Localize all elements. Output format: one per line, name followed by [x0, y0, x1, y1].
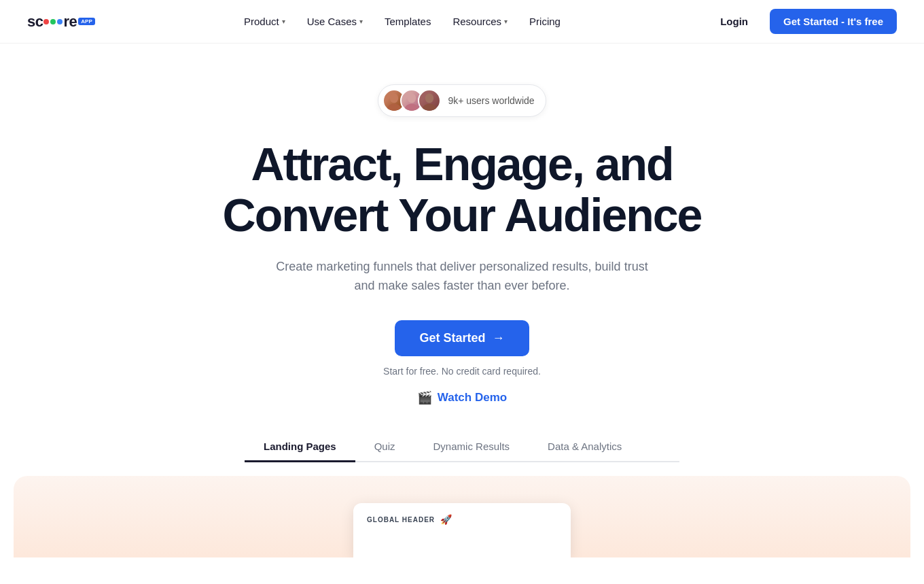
nav-link-product[interactable]: Product ▾	[244, 16, 285, 27]
watch-demo-label: Watch Demo	[438, 391, 507, 405]
svg-point-4	[425, 93, 433, 103]
nav-link-pricing[interactable]: Pricing	[529, 16, 561, 27]
tab-data-analytics[interactable]: Data & Analytics	[529, 432, 641, 462]
star-icon: 🚀	[440, 514, 452, 525]
nav-label-pricing: Pricing	[529, 16, 561, 27]
preview-card-label: GLOBAL HEADER	[367, 516, 435, 523]
video-icon: 🎬	[417, 390, 432, 405]
user-social-proof: 9k+ users worldwide	[378, 84, 546, 117]
hero-title-line1: Attract, Engage, and	[251, 138, 673, 190]
tab-quiz-label: Quiz	[374, 441, 395, 452]
watch-demo-link[interactable]: 🎬 Watch Demo	[417, 390, 507, 405]
nav-item-pricing[interactable]: Pricing	[529, 16, 561, 27]
get-started-hero-button[interactable]: Get Started →	[395, 320, 529, 356]
logo[interactable]: sc re APP	[27, 13, 95, 31]
nav-item-resources[interactable]: Resources ▾	[452, 16, 508, 27]
tab-dynamic-results[interactable]: Dynamic Results	[414, 432, 529, 462]
svg-point-5	[423, 103, 437, 112]
logo-text-pre: sc	[27, 13, 43, 31]
nav-item-templates[interactable]: Templates	[385, 16, 431, 27]
logo-text-post: re	[63, 13, 77, 31]
nav-label-templates: Templates	[385, 16, 431, 27]
nav-label-product: Product	[244, 16, 279, 27]
nav-links: Product ▾ Use Cases ▾ Templates Resource…	[244, 16, 561, 27]
nav-link-resources[interactable]: Resources ▾	[452, 16, 508, 27]
logo-badge: APP	[78, 18, 94, 25]
tab-data-analytics-label: Data & Analytics	[548, 441, 622, 452]
preview-card-header: GLOBAL HEADER 🚀	[367, 514, 557, 525]
navigation: sc re APP Product ▾ Use Cases ▾ Tem	[0, 0, 924, 44]
avatar-3	[418, 89, 441, 112]
chevron-down-icon-2: ▾	[359, 18, 363, 25]
user-count-label: 9k+ users worldwide	[448, 95, 534, 106]
tab-quiz[interactable]: Quiz	[355, 432, 414, 462]
nav-link-use-cases[interactable]: Use Cases ▾	[307, 16, 363, 27]
nav-label-resources: Resources	[452, 16, 501, 27]
svg-point-3	[405, 103, 419, 112]
preview-card: GLOBAL HEADER 🚀	[353, 503, 571, 557]
hero-subtitle: Create marketing funnels that deliver pe…	[272, 257, 652, 296]
svg-point-1	[387, 103, 402, 112]
get-started-nav-button[interactable]: Get Started - It's free	[770, 9, 897, 34]
free-note: Start for free. No credit card required.	[383, 366, 541, 377]
get-started-label: Get Started	[419, 331, 485, 345]
preview-area: GLOBAL HEADER 🚀	[14, 476, 910, 557]
chevron-down-icon-3: ▾	[504, 18, 508, 25]
nav-label-use-cases: Use Cases	[307, 16, 357, 27]
nav-item-product[interactable]: Product ▾	[244, 16, 285, 27]
nav-link-templates[interactable]: Templates	[385, 16, 431, 27]
svg-point-0	[390, 93, 398, 103]
hero-title: Attract, Engage, and Convert Your Audien…	[223, 139, 702, 241]
avatar-group	[383, 89, 441, 112]
login-button[interactable]: Login	[709, 10, 759, 33]
hero-title-line2: Convert Your Audience	[223, 189, 702, 241]
tab-landing-pages[interactable]: Landing Pages	[245, 432, 355, 462]
nav-right: Login Get Started - It's free	[709, 9, 897, 34]
logo-dots	[43, 19, 63, 24]
tab-dynamic-results-label: Dynamic Results	[433, 441, 510, 452]
arrow-right-icon: →	[493, 331, 505, 345]
svg-point-2	[408, 93, 416, 103]
tab-landing-pages-label: Landing Pages	[264, 441, 336, 452]
hero-section: 9k+ users worldwide Attract, Engage, and…	[0, 44, 924, 584]
tabs-bar: Landing Pages Quiz Dynamic Results Data …	[245, 432, 679, 462]
chevron-down-icon: ▾	[282, 18, 285, 25]
tabs-section: Landing Pages Quiz Dynamic Results Data …	[14, 432, 910, 557]
nav-item-use-cases[interactable]: Use Cases ▾	[307, 16, 363, 27]
